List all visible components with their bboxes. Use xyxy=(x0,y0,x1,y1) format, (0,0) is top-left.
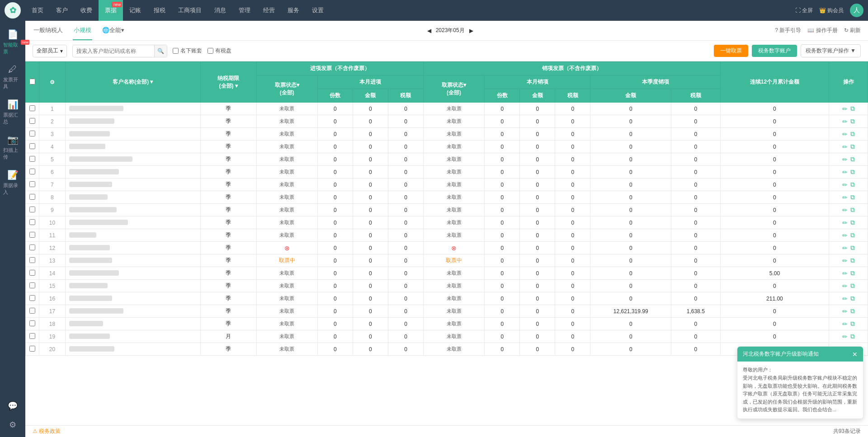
sidebar-item-summary[interactable]: 📊 票据汇总 xyxy=(1,95,24,129)
copy-icon[interactable]: ⧉ xyxy=(850,155,855,163)
sub-account-checkbox[interactable] xyxy=(173,48,179,54)
nav-tax[interactable]: 报税 xyxy=(147,0,172,21)
col-client-name[interactable]: 客户名称(全部) ▾ xyxy=(65,62,200,103)
row-checkbox[interactable] xyxy=(26,229,39,242)
employee-select[interactable]: 全部员工 ▾ xyxy=(33,45,67,57)
search-input[interactable] xyxy=(73,48,154,54)
row-select-checkbox[interactable] xyxy=(29,270,35,276)
copy-icon[interactable]: ⧉ xyxy=(850,269,855,277)
row-checkbox[interactable] xyxy=(26,103,39,115)
edit-icon[interactable]: ✏ xyxy=(842,333,848,340)
checkbox-sub-account[interactable]: 名下账套 xyxy=(173,47,202,55)
copy-icon[interactable]: ⧉ xyxy=(850,181,855,188)
row-checkbox[interactable] xyxy=(26,153,39,166)
row-select-checkbox[interactable] xyxy=(29,308,35,314)
copy-icon[interactable]: ⧉ xyxy=(850,105,855,113)
row-select-checkbox[interactable] xyxy=(29,257,35,263)
tab-all[interactable]: 🌐 全能 ▾ xyxy=(101,21,125,40)
row-checkbox[interactable] xyxy=(26,128,39,141)
row-checkbox[interactable] xyxy=(26,292,39,305)
edit-icon[interactable]: ✏ xyxy=(842,181,848,188)
copy-icon[interactable]: ⧉ xyxy=(850,320,855,328)
row-checkbox[interactable] xyxy=(26,254,39,267)
nav-home[interactable]: 首页 xyxy=(25,0,50,21)
row-select-checkbox[interactable] xyxy=(29,169,35,174)
row-checkbox[interactable] xyxy=(26,179,39,191)
tax-disk-checkbox[interactable] xyxy=(208,48,213,54)
copy-icon[interactable]: ⧉ xyxy=(850,219,855,226)
edit-icon[interactable]: ✏ xyxy=(842,270,848,277)
copy-icon[interactable]: ⧉ xyxy=(850,333,855,340)
col-out-status[interactable]: 取票状态▾(全部) xyxy=(424,75,485,103)
col-in-status[interactable]: 取票状态▾(全部) xyxy=(256,75,317,103)
edit-icon[interactable]: ✏ xyxy=(842,156,848,163)
edit-icon[interactable]: ✏ xyxy=(842,295,848,302)
tax-account-btn[interactable]: 税务数字账户 xyxy=(752,45,797,57)
row-checkbox[interactable] xyxy=(26,318,39,330)
copy-icon[interactable]: ⧉ xyxy=(850,117,855,125)
copy-icon[interactable]: ⧉ xyxy=(850,168,855,176)
one-click-invoice-btn[interactable]: 一键取票 xyxy=(714,45,748,57)
copy-icon[interactable]: ⧉ xyxy=(850,307,855,315)
tab-small-scale[interactable]: 小规模 xyxy=(73,21,92,40)
copy-icon[interactable]: ⧉ xyxy=(850,143,855,150)
row-select-checkbox[interactable] xyxy=(29,346,35,352)
copy-icon[interactable]: ⧉ xyxy=(850,231,855,239)
edit-icon[interactable]: ✏ xyxy=(842,105,848,113)
col-tax-period[interactable]: 纳税期限(全部) ▾ xyxy=(200,62,256,103)
copy-icon[interactable]: ⧉ xyxy=(850,206,855,214)
edit-icon[interactable]: ✏ xyxy=(842,118,848,125)
row-select-checkbox[interactable] xyxy=(29,295,35,301)
nav-service[interactable]: 服务 xyxy=(281,0,306,21)
row-select-checkbox[interactable] xyxy=(29,244,35,250)
row-checkbox[interactable] xyxy=(26,216,39,229)
sidebar-item-smart-invoice[interactable]: 📄 智能取票 xyxy=(1,25,24,59)
sidebar-item-scan[interactable]: 📷 扫描上传 xyxy=(1,131,24,164)
sidebar-item-open-invoice[interactable]: 🖊 发票开具 xyxy=(1,61,24,94)
edit-icon[interactable]: ✏ xyxy=(842,131,848,138)
row-checkbox[interactable] xyxy=(26,305,39,318)
popup-close-btn[interactable]: ✕ xyxy=(852,351,858,358)
row-checkbox[interactable] xyxy=(26,267,39,280)
edit-icon[interactable]: ✏ xyxy=(842,257,848,264)
row-select-checkbox[interactable] xyxy=(29,118,35,124)
copy-icon[interactable]: ⧉ xyxy=(850,282,855,290)
next-month-btn[interactable]: ▶ xyxy=(469,28,473,34)
edit-icon[interactable]: ✏ xyxy=(842,207,848,214)
edit-icon[interactable]: ✏ xyxy=(842,194,848,201)
sidebar-bottom-icon2[interactable]: ⚙ xyxy=(6,417,19,432)
row-checkbox[interactable] xyxy=(26,141,39,153)
checkbox-tax-disk[interactable]: 有税盘 xyxy=(208,47,231,55)
copy-icon[interactable]: ⧉ xyxy=(850,257,855,264)
row-select-checkbox[interactable] xyxy=(29,232,35,238)
tab-general-taxpayer[interactable]: 一般纳税人 xyxy=(33,21,64,40)
edit-icon[interactable]: ✏ xyxy=(842,244,848,252)
user-avatar[interactable]: 人 xyxy=(850,4,863,17)
edit-icon[interactable]: ✏ xyxy=(842,320,848,328)
nav-fee[interactable]: 收费 xyxy=(74,0,99,21)
row-checkbox[interactable] xyxy=(26,166,39,179)
edit-icon[interactable]: ✏ xyxy=(842,143,848,150)
nav-operation[interactable]: 经营 xyxy=(257,0,281,21)
row-select-checkbox[interactable] xyxy=(29,143,35,149)
prev-month-btn[interactable]: ◀ xyxy=(427,28,431,34)
row-select-checkbox[interactable] xyxy=(29,320,35,326)
edit-icon[interactable]: ✏ xyxy=(842,308,848,315)
copy-icon[interactable]: ⧉ xyxy=(850,244,855,252)
row-select-checkbox[interactable] xyxy=(29,181,35,187)
edit-icon[interactable]: ✏ xyxy=(842,232,848,239)
edit-icon[interactable]: ✏ xyxy=(842,169,848,176)
row-checkbox[interactable] xyxy=(26,242,39,254)
nav-invoice[interactable]: 票据 new xyxy=(99,0,123,21)
row-select-checkbox[interactable] xyxy=(29,156,35,162)
row-select-checkbox[interactable] xyxy=(29,219,35,225)
nav-manage[interactable]: 管理 xyxy=(232,0,257,21)
manual-btn[interactable]: 📖 操作手册 xyxy=(807,27,837,34)
copy-icon[interactable]: ⧉ xyxy=(850,295,855,302)
copy-icon[interactable]: ⧉ xyxy=(850,130,855,138)
row-checkbox[interactable] xyxy=(26,115,39,128)
sidebar-item-entry[interactable]: 📝 票据录入 xyxy=(1,166,24,199)
edit-icon[interactable]: ✏ xyxy=(842,219,848,226)
edit-icon[interactable]: ✏ xyxy=(842,282,848,290)
nav-message[interactable]: 消息 xyxy=(208,0,232,21)
